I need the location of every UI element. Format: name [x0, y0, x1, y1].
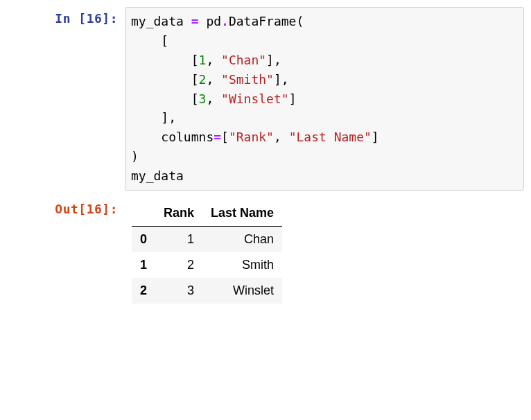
table-cell: Smith [202, 252, 282, 278]
code-col-lastname: "Last Name" [289, 130, 372, 144]
code-comma: , [281, 72, 289, 87]
output-cell: Rank Last Name 0 1 Chan 1 2 Smith 2 3 [125, 198, 524, 304]
code-comma: , [206, 72, 214, 87]
table-corner [132, 200, 155, 227]
output-row: Out[16]: Rank Last Name 0 1 Chan 1 2 [7, 198, 524, 304]
code-str-smith: "Smith" [221, 72, 274, 87]
code-eq: = [191, 14, 199, 28]
code-num-3: 3 [199, 91, 207, 106]
code-lastline: my_data [131, 168, 184, 183]
code-comma: , [274, 53, 281, 67]
code-rbracket: ] [274, 72, 281, 87]
code-var: my_data [131, 14, 184, 28]
code-lbracket: [ [191, 53, 199, 67]
code-comma: , [168, 110, 176, 125]
code-lbracket: [ [191, 72, 199, 87]
code-lparen: ( [296, 14, 304, 28]
code-lbracket: [ [161, 33, 168, 48]
code-rbracket: ] [266, 53, 274, 67]
table-col-lastname: Last Name [202, 200, 282, 227]
code-rbracket: ] [372, 130, 379, 144]
table-cell: Winslet [202, 278, 282, 304]
table-col-rank: Rank [155, 200, 202, 227]
code-rbracket: ] [161, 110, 168, 125]
code-str-winslet: "Winslet" [221, 91, 289, 106]
code-eq2: = [214, 130, 221, 144]
code-cell[interactable]: my_data = pd.DataFrame( [ [1, "Chan"], [… [125, 7, 524, 191]
table-header-row: Rank Last Name [132, 200, 282, 227]
code-columns-kw: columns [161, 130, 214, 144]
code-num-2: 2 [199, 72, 207, 87]
input-prompt: In [16]: [7, 7, 125, 26]
table-cell: Chan [202, 227, 282, 253]
output-prompt: Out[16]: [7, 198, 125, 216]
code-lbracket: [ [221, 130, 229, 144]
table-index: 2 [132, 278, 155, 304]
table-cell: 3 [155, 278, 202, 304]
code-comma: , [274, 130, 281, 144]
table-row: 0 1 Chan [132, 227, 282, 253]
table-row: 2 3 Winslet [132, 278, 282, 304]
table-index: 1 [132, 252, 155, 278]
table-row: 1 2 Smith [132, 252, 282, 278]
code-pd: pd [206, 14, 221, 28]
table-cell: 1 [155, 227, 202, 253]
input-row: In [16]: my_data = pd.DataFrame( [ [1, "… [7, 7, 524, 191]
code-dot: . [221, 14, 229, 28]
code-col-rank: "Rank" [229, 130, 274, 144]
code-rparen: ) [131, 149, 139, 164]
code-num-1: 1 [199, 53, 207, 67]
code-dataframe: DataFrame [229, 14, 297, 28]
code-rbracket: ] [289, 91, 297, 106]
dataframe-table: Rank Last Name 0 1 Chan 1 2 Smith 2 3 [132, 200, 282, 304]
table-cell: 2 [155, 252, 202, 278]
table-index: 0 [132, 227, 155, 253]
code-comma: , [206, 53, 214, 67]
code-str-chan: "Chan" [221, 53, 266, 67]
code-comma: , [206, 91, 214, 106]
code-lbracket: [ [191, 91, 199, 106]
